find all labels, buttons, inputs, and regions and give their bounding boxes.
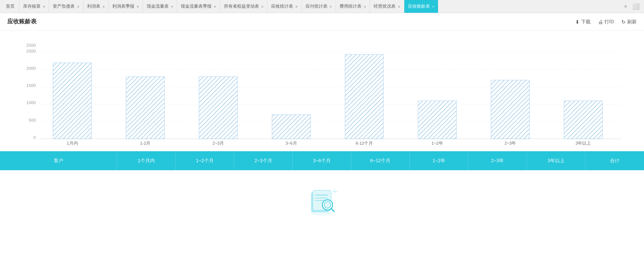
th-合计: 合计 xyxy=(585,151,644,170)
tab-income[interactable]: 利润表× xyxy=(83,0,109,13)
tab-label: 所有者权益变动表 xyxy=(224,3,259,9)
tab-ap-stats[interactable]: 应付统计表× xyxy=(302,0,336,13)
tab-home-label: 首页 xyxy=(6,3,15,9)
tab-label: 费用统计表 xyxy=(340,3,362,9)
tab-label: 现金流量表季报 xyxy=(181,3,211,9)
download-icon: ⬇ xyxy=(575,19,580,25)
tab-label: 经营状况表 xyxy=(374,3,396,9)
window-controls: × ⬜ xyxy=(619,3,643,10)
bar-1month xyxy=(53,63,91,139)
tab-ar-stats[interactable]: 应收统计表× xyxy=(267,0,302,13)
svg-text:2500: 2500 xyxy=(26,43,36,47)
refresh-button[interactable]: ↻ 刷新 xyxy=(621,19,637,25)
tab-cashflow-quarterly[interactable]: 现金流量表季报× xyxy=(177,0,220,13)
tab-close-cashflow[interactable]: × xyxy=(171,4,173,9)
svg-text:6-12个月: 6-12个月 xyxy=(356,141,373,145)
th-3~6个月: 3~6个月 xyxy=(293,151,351,170)
tab-label: 应收统计表 xyxy=(271,3,293,9)
svg-text:0: 0 xyxy=(33,135,35,140)
refresh-icon: ↻ xyxy=(621,19,626,25)
tab-close-income[interactable]: × xyxy=(102,4,105,9)
th-2~3个月: 2~3个月 xyxy=(234,151,293,170)
svg-text:1000: 1000 xyxy=(26,101,36,105)
th-1个月内: 1个月内 xyxy=(117,151,176,170)
tab-close-operations[interactable]: × xyxy=(398,4,400,9)
bar-2-3month xyxy=(199,77,237,139)
tab-label: 应付统计表 xyxy=(306,3,327,9)
svg-point-29 xyxy=(324,202,331,208)
tab-label: 利润表季报 xyxy=(112,3,134,9)
svg-text:1500: 1500 xyxy=(26,83,36,88)
header-actions: ⬇ 下载 🖨 打印 ↻ 刷新 xyxy=(575,19,637,25)
refresh-label: 刷新 xyxy=(627,19,637,25)
th-3年以上: 3年以上 xyxy=(527,151,585,170)
svg-text:1-2月: 1-2月 xyxy=(140,141,151,145)
page-header: 应收账龄表 ⬇ 下载 🖨 打印 ↻ 刷新 xyxy=(0,13,644,31)
svg-text:3年以上: 3年以上 xyxy=(576,141,591,145)
th-6~12个月: 6~12个月 xyxy=(351,151,410,170)
bar-3year-plus xyxy=(564,101,603,139)
chart-area: 0 500 1000 1500 2000 2500 2500 xyxy=(0,31,644,151)
tab-close-inventory[interactable]: × xyxy=(43,4,45,9)
bar-6-12month xyxy=(345,54,383,139)
download-label: 下载 xyxy=(581,19,591,25)
tab-equity[interactable]: 所有者权益变动表× xyxy=(220,0,267,13)
maximize-button[interactable]: ⬜ xyxy=(632,3,640,10)
bar-2-3year xyxy=(491,80,529,139)
download-button[interactable]: ⬇ 下载 xyxy=(575,19,591,25)
bar-1-2year xyxy=(418,101,457,139)
svg-text:500: 500 xyxy=(29,118,35,122)
th-2~3年: 2~3年 xyxy=(468,151,527,170)
tab-close-balance-sheet[interactable]: × xyxy=(77,4,79,9)
tab-close-ar-stats[interactable]: × xyxy=(295,4,297,9)
tab-close-equity[interactable]: × xyxy=(261,4,263,9)
tab-balance-sheet[interactable]: 资产负债表× xyxy=(49,0,83,13)
tab-label: 应收账龄表 xyxy=(408,3,430,9)
tab-inventory[interactable]: 库存核算× xyxy=(19,0,49,13)
th-1~2个月: 1~2个月 xyxy=(176,151,234,170)
print-button[interactable]: 🖨 打印 xyxy=(598,19,614,25)
page-title: 应收账龄表 xyxy=(7,18,37,26)
svg-text:1月内: 1月内 xyxy=(67,141,78,145)
tab-home[interactable]: 首页 xyxy=(1,0,19,13)
print-icon: 🖨 xyxy=(598,19,603,25)
svg-text:2~3月: 2~3月 xyxy=(213,141,224,145)
tab-label: 现金流量表 xyxy=(147,3,169,9)
svg-text:1~2年: 1~2年 xyxy=(431,141,443,145)
bar-chart: 0 500 1000 1500 2000 2500 2500 xyxy=(15,38,629,148)
tab-close-ar-aging[interactable]: × xyxy=(432,4,434,9)
svg-text:2~3年: 2~3年 xyxy=(505,141,516,145)
print-label: 打印 xyxy=(604,19,614,25)
tab-close-cashflow-quarterly[interactable]: × xyxy=(214,4,216,9)
th-1~2年: 1~2年 xyxy=(410,151,468,170)
svg-text:2500: 2500 xyxy=(26,49,36,53)
svg-text:2000: 2000 xyxy=(26,66,36,70)
tab-close-ap-stats[interactable]: × xyxy=(330,4,332,9)
tab-ar-aging[interactable]: 应收账龄表× xyxy=(404,0,438,13)
bar-3-6month xyxy=(272,115,311,139)
tab-bar: 首页 库存核算×资产负债表×利润表×利润表季报×现金流量表×现金流量表季报×所有… xyxy=(0,0,644,13)
tab-label: 利润表 xyxy=(87,3,100,9)
chart-container: 0 500 1000 1500 2000 2500 2500 xyxy=(15,38,629,148)
tab-income-quarterly[interactable]: 利润表季报× xyxy=(109,0,143,13)
empty-icon xyxy=(304,185,340,218)
tab-label: 资产负债表 xyxy=(53,3,75,9)
th-客户: 客户 xyxy=(0,151,117,170)
tab-close-expense-stats[interactable]: × xyxy=(364,4,366,9)
tab-operations[interactable]: 经营状况表× xyxy=(370,0,404,13)
svg-line-30 xyxy=(331,209,334,211)
tab-label: 库存核算 xyxy=(23,3,41,9)
tab-cashflow[interactable]: 现金流量表× xyxy=(143,0,177,13)
main-content: 0 500 1000 1500 2000 2500 2500 xyxy=(0,31,644,263)
bar-1-2month xyxy=(126,77,165,139)
tab-expense-stats[interactable]: 费用统计表× xyxy=(336,0,370,13)
svg-text:3~6月: 3~6月 xyxy=(285,141,297,145)
empty-state xyxy=(0,170,644,225)
tab-close-income-quarterly[interactable]: × xyxy=(136,4,139,9)
close-button[interactable]: × xyxy=(622,3,629,10)
table-header: 客户1个月内1~2个月2~3个月3~6个月6~12个月1~2年2~3年3年以上合… xyxy=(0,151,644,170)
svg-point-31 xyxy=(334,191,336,192)
